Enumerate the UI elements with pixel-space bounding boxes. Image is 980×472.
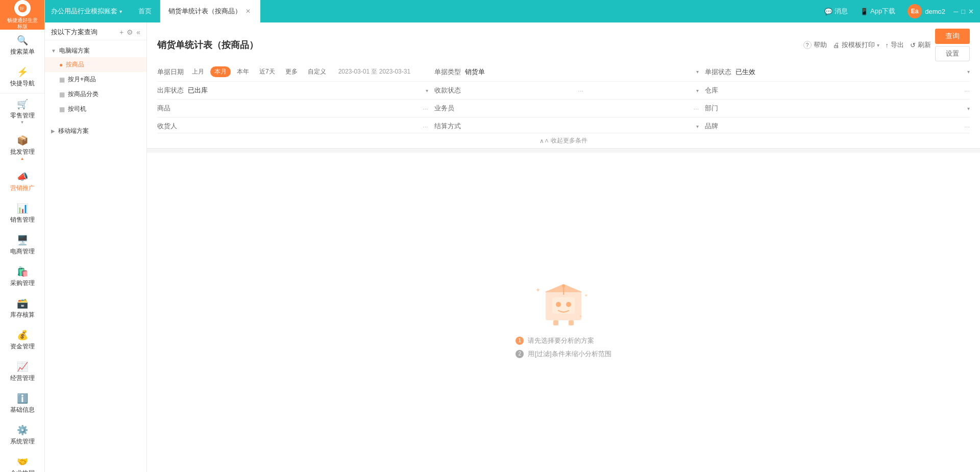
sidebar-item-inventory[interactable]: 🗃️ 库存核算 (0, 293, 45, 324)
search-icon: 🔍 (17, 35, 28, 46)
tab-sales-stat[interactable]: 销货单统计表（按商品） ✕ (160, 0, 260, 22)
scheme-icon-3: ▦ (59, 106, 65, 113)
minimize-button[interactable]: ─ (953, 8, 958, 15)
left-panel-header: 按以下方案查询 + ⚙ « (45, 22, 146, 40)
app-logo[interactable]: 好 畅捷通好生意 标版 (0, 0, 45, 30)
recipient-control[interactable]: ··· (181, 123, 428, 130)
svg-point-7 (562, 285, 565, 288)
marketing-icon: 📣 (17, 171, 28, 182)
topbar: 办公用品行业模拟账套 ▾ 首页 销货单统计表（按商品） ✕ 💬 消息 📱 App… (45, 0, 980, 22)
sidebar-item-sales[interactable]: 📊 销售管理 (0, 198, 45, 229)
doctype-filter: 单据类型 销货单 ▾ (428, 66, 699, 77)
brand-control[interactable]: ··· (722, 123, 970, 130)
warehouse-control[interactable]: ··· (722, 87, 970, 95)
quicknav-icon: ⚡ (17, 66, 28, 78)
scheme-by-driver[interactable]: ▦ 按司机 (45, 102, 146, 116)
maximize-button[interactable]: □ (961, 8, 965, 15)
svg-text:✦: ✦ (579, 314, 582, 319)
system-icon: ⚙️ (17, 424, 28, 436)
doctype-label: 单据类型 (434, 67, 461, 77)
date-tab-lastmonth[interactable]: 上月 (188, 66, 208, 77)
date-tab-7days[interactable]: 近7天 (255, 66, 279, 77)
date-label: 单据日期 (157, 67, 184, 77)
sidebar-item-system[interactable]: ⚙️ 系统管理 (0, 419, 45, 451)
date-tab-more[interactable]: 更多 (281, 66, 302, 77)
refresh-icon: ↺ (910, 41, 916, 49)
sidebar-item-cooperation[interactable]: 🤝 企业协同 (0, 451, 45, 472)
scheme-by-month-product[interactable]: ▦ 按月+商品 (45, 72, 146, 87)
outstatus-label: 出库状态 (157, 86, 184, 95)
collapse-icon: ∧ (540, 137, 544, 145)
tip-num-1: 1 (516, 337, 524, 345)
pc-section-header[interactable]: ▼ 电脑端方案 (45, 44, 146, 57)
user-menu[interactable]: Ea demo2 (903, 2, 949, 20)
sidebar-item-marketing[interactable]: 📣 营销推广 (0, 166, 45, 198)
app-download-button[interactable]: 📱 App下载 (856, 5, 899, 18)
date-tab-thismonth[interactable]: 本月 (210, 66, 231, 77)
receiptstatus-filter: 收款状态 ··· ▾ (428, 86, 699, 95)
collapse-panel-button[interactable]: « (136, 28, 140, 36)
product-filter: 商品 ··· (157, 104, 428, 113)
department-control[interactable]: ▾ (722, 106, 970, 111)
sidebar-item-ecommerce[interactable]: 🖥️ 电商管理 (0, 229, 45, 261)
sidebar-item-retail[interactable]: 🛒 零售管理 ▼ (0, 93, 45, 130)
finance-icon: 💰 (17, 329, 28, 341)
app-name: 畅捷通好生意 标版 (7, 17, 38, 30)
empty-tip-2: 2 用[过滤]条件来缩小分析范围 (516, 349, 611, 359)
product-control[interactable]: ··· (175, 105, 428, 112)
chevron-right-icon: ▶ (51, 128, 55, 134)
template-print-link[interactable]: 🖨 按模板打印 ▾ (833, 40, 879, 50)
purchase-icon: 🛍️ (17, 266, 28, 277)
main-content: ✦ ✦ ✦ 1 请先选择要分析的方案 2 用[过滤]条件来缩小分析范围 (147, 153, 980, 472)
filter-row-1: 单据日期 上月 本月 本年 近7天 更多 自定义 2023-03-01 至 20… (157, 66, 970, 82)
recipient-label: 收货人 (157, 122, 177, 131)
svg-rect-8 (553, 320, 558, 325)
tab-home[interactable]: 首页 (130, 0, 160, 22)
sidebar-item-operation[interactable]: 📈 经营管理 (0, 356, 45, 388)
docstatus-control[interactable]: 已生效 ▾ (736, 67, 970, 77)
payment-filter: 结算方式 ▾ (428, 122, 699, 131)
message-button[interactable]: 💬 消息 (820, 5, 852, 18)
payment-label: 结算方式 (434, 122, 461, 131)
setting-button[interactable]: 设置 (935, 46, 970, 61)
salesperson-dots-icon: ··· (693, 105, 699, 112)
close-window-button[interactable]: ✕ (968, 8, 974, 15)
salesperson-control[interactable]: ··· (458, 105, 699, 112)
date-range: 2023-03-01 至 2023-03-31 (338, 67, 410, 76)
action-buttons: 查询 设置 (935, 29, 970, 61)
collapse-bar[interactable]: ∧ ∧ 收起更多条件 (157, 133, 970, 148)
date-tab-thisyear[interactable]: 本年 (233, 66, 253, 77)
mobile-section-header[interactable]: ▶ 移动端方案 (45, 125, 146, 137)
add-scheme-button[interactable]: + (119, 28, 124, 36)
page-title: 销货单统计表（按商品） (157, 39, 258, 51)
export-link[interactable]: ↑ 导出 (886, 40, 904, 50)
tab-close-button[interactable]: ✕ (244, 8, 252, 15)
sidebar-item-search[interactable]: 🔍 搜索菜单 (0, 30, 45, 61)
app-selector[interactable]: 办公用品行业模拟账套 ▾ (51, 7, 122, 16)
help-link[interactable]: ? 帮助 (803, 40, 827, 50)
scheme-by-product[interactable]: ● 按商品 (45, 57, 146, 72)
sidebar-item-wholesale[interactable]: 📦 批发管理 ▲ (0, 130, 45, 166)
scheme-icon-2: ▦ (59, 91, 65, 98)
empty-illustration: ✦ ✦ ✦ (533, 267, 594, 328)
sidebar-item-basic[interactable]: ℹ️ 基础信息 (0, 388, 45, 419)
refresh-link[interactable]: ↺ 刷新 (910, 40, 931, 50)
sidebar-item-quicknav[interactable]: ⚡ 快捷导航 (0, 61, 45, 93)
scheme-by-category[interactable]: ▦ 按商品分类 (45, 87, 146, 102)
payment-control[interactable]: ▾ (465, 124, 699, 129)
date-tab-custom[interactable]: 自定义 (304, 66, 330, 77)
page-actions: ? 帮助 🖨 按模板打印 ▾ ↑ 导出 (803, 40, 932, 50)
sidebar-item-purchase[interactable]: 🛍️ 采购管理 (0, 261, 45, 293)
docstatus-filter: 单据状态 已生效 ▾ (699, 66, 970, 77)
settings-scheme-button[interactable]: ⚙ (127, 28, 133, 36)
receiptstatus-control[interactable]: ··· ▾ (465, 87, 699, 95)
doctype-control[interactable]: 销货单 ▾ (465, 67, 699, 77)
query-button[interactable]: 查询 (935, 29, 970, 44)
mobile-section: ▶ 移动端方案 (45, 121, 146, 141)
right-content: 销货单统计表（按商品） ? 帮助 🖨 按模板打印 ▾ (147, 22, 980, 472)
outstatus-control[interactable]: 已出库 ▾ (188, 86, 428, 95)
sidebar-item-finance[interactable]: 💰 资金管理 (0, 324, 45, 356)
print-icon: 🖨 (833, 41, 840, 49)
recipient-dots-icon: ··· (423, 123, 428, 130)
salesperson-label: 业务员 (434, 104, 454, 113)
